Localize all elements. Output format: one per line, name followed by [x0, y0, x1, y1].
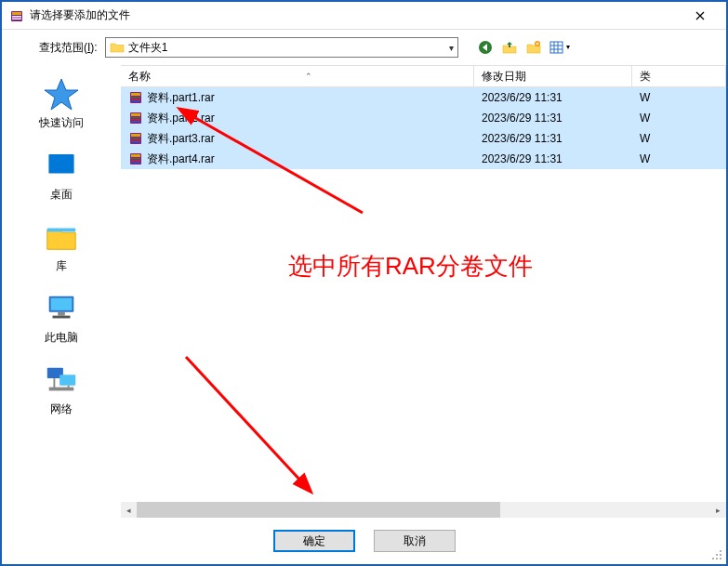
file-name: 资料.part3.rar: [147, 131, 215, 147]
file-date: 2023/6/29 11:31: [474, 112, 632, 125]
svg-point-48: [716, 558, 718, 559]
file-date: 2023/6/29 11:31: [474, 132, 632, 145]
sidebar-item-libraries[interactable]: 库: [20, 219, 103, 274]
file-type: W: [632, 91, 726, 104]
thispc-icon: [42, 291, 81, 326]
sidebar-item-thispc[interactable]: 此电脑: [20, 291, 103, 346]
folder-icon: [110, 40, 125, 55]
svg-rect-34: [131, 138, 140, 138]
titlebar: 请选择要添加的文件: [2, 2, 726, 30]
svg-point-49: [720, 558, 721, 559]
file-name: 资料.part4.rar: [147, 151, 215, 167]
chevron-down-icon: ▾: [449, 43, 454, 53]
lookin-label: 查找范围(I):: [39, 40, 98, 56]
desktop-icon: [42, 148, 81, 183]
file-picker-window: 请选择要添加的文件 查找范围(I): 文件夹1 ▾: [0, 0, 728, 566]
svg-point-47: [712, 558, 714, 559]
file-row[interactable]: 资料.part3.rar2023/6/29 11:31W: [121, 128, 726, 149]
file-list[interactable]: 资料.part1.rar2023/6/29 11:31W资料.part2.rar…: [121, 87, 726, 502]
resize-grip-icon[interactable]: [711, 549, 722, 560]
file-date: 2023/6/29 11:31: [474, 91, 632, 104]
rar-file-icon: [128, 90, 143, 105]
network-icon: [42, 362, 81, 398]
column-header-name[interactable]: 名称 ⌃: [121, 66, 474, 86]
svg-rect-29: [131, 117, 140, 118]
file-row[interactable]: 资料.part1.rar2023/6/29 11:31W: [121, 87, 726, 108]
sidebar-item-desktop[interactable]: 桌面: [20, 148, 103, 203]
svg-rect-26: [131, 100, 140, 101]
file-row[interactable]: 资料.part2.rar2023/6/29 11:31W: [121, 108, 726, 128]
sort-indicator-icon: ⌃: [305, 72, 312, 81]
svg-rect-2: [12, 16, 21, 18]
svg-rect-41: [131, 162, 140, 163]
new-folder-icon[interactable]: [525, 39, 542, 56]
svg-rect-19: [49, 388, 74, 391]
lookin-combobox[interactable]: 文件夹1 ▾: [105, 37, 458, 58]
svg-line-43: [186, 357, 302, 482]
column-header-type[interactable]: 类: [632, 66, 726, 86]
svg-rect-11: [48, 154, 73, 173]
file-date: 2023/6/29 11:31: [474, 152, 632, 165]
svg-rect-28: [131, 113, 140, 116]
svg-rect-25: [131, 99, 140, 99]
ok-button[interactable]: 确定: [273, 530, 355, 552]
places-sidebar: 快速访问 桌面 库: [2, 65, 121, 518]
quickaccess-icon: [42, 76, 81, 112]
svg-rect-16: [53, 316, 71, 319]
svg-point-46: [720, 554, 721, 556]
rar-file-icon: [128, 131, 143, 146]
svg-rect-31: [131, 121, 140, 122]
horizontal-scrollbar[interactable]: ◂ ▸: [121, 502, 726, 518]
annotation-arrow-2: [167, 348, 353, 496]
file-name: 资料.part2.rar: [147, 111, 215, 126]
app-icon: [9, 8, 24, 23]
svg-rect-6: [550, 42, 563, 53]
rar-file-icon: [128, 111, 143, 125]
svg-rect-15: [58, 312, 65, 316]
svg-rect-39: [131, 158, 140, 159]
file-type: W: [632, 132, 726, 145]
window-title: 请选择要添加的文件: [30, 7, 682, 23]
close-button[interactable]: [682, 3, 719, 29]
svg-point-45: [716, 554, 718, 556]
svg-rect-40: [131, 160, 140, 161]
svg-rect-36: [131, 141, 140, 142]
svg-point-44: [720, 550, 721, 552]
scroll-right-icon[interactable]: ▸: [710, 502, 726, 518]
svg-rect-1: [12, 12, 21, 15]
toolbar: 查找范围(I): 文件夹1 ▾: [2, 30, 726, 65]
column-headers: 名称 ⌃ 修改日期 类: [121, 65, 726, 87]
column-header-date[interactable]: 修改日期: [474, 66, 632, 86]
svg-rect-12: [47, 229, 75, 232]
svg-rect-33: [131, 134, 140, 137]
svg-rect-18: [60, 375, 75, 385]
svg-rect-38: [131, 154, 140, 157]
scrollbar-thumb[interactable]: [137, 502, 500, 518]
rar-file-icon: [128, 151, 143, 166]
svg-rect-14: [51, 298, 73, 310]
svg-rect-35: [131, 139, 140, 140]
cancel-button[interactable]: 取消: [374, 530, 456, 552]
file-list-pane: 名称 ⌃ 修改日期 类 资料.part1.rar2023/6/29 11:31W…: [121, 65, 726, 518]
back-icon[interactable]: [477, 39, 494, 56]
file-row[interactable]: 资料.part4.rar2023/6/29 11:31W: [121, 149, 726, 169]
svg-rect-30: [131, 119, 140, 120]
file-type: W: [632, 112, 726, 125]
scroll-left-icon[interactable]: ◂: [121, 502, 137, 518]
libraries-icon: [42, 219, 81, 255]
svg-rect-3: [12, 18, 21, 20]
file-type: W: [632, 152, 726, 165]
svg-rect-24: [131, 97, 140, 98]
annotation-text: 选中所有RAR分卷文件: [288, 250, 533, 283]
file-name: 资料.part1.rar: [147, 90, 215, 106]
sidebar-item-network[interactable]: 网络: [20, 362, 103, 417]
svg-rect-23: [131, 93, 140, 96]
sidebar-item-quickaccess[interactable]: 快速访问: [20, 76, 103, 131]
up-one-level-icon[interactable]: [501, 39, 518, 56]
view-menu-icon[interactable]: [549, 39, 574, 56]
dialog-footer: 确定 取消: [2, 518, 726, 564]
